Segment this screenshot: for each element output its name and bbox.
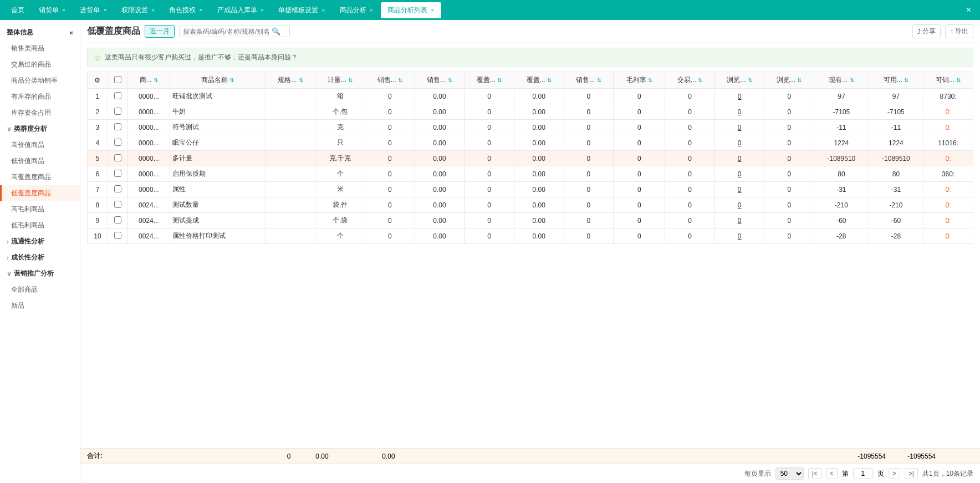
sidebar-section-growth[interactable]: ›成长性分析 — [0, 250, 80, 266]
row-browse1[interactable]: 0 — [714, 120, 764, 135]
row-select-checkbox[interactable] — [114, 185, 121, 192]
row-checkbox[interactable] — [108, 135, 127, 151]
sidebar-section-liquidity[interactable]: ›流通性分析 — [0, 233, 80, 250]
nav-home[interactable]: 首页 — [4, 2, 31, 18]
sidebar-item-low-margin[interactable]: 低毛利商品 — [0, 217, 80, 233]
row-checkbox[interactable] — [108, 197, 127, 213]
search-input[interactable] — [183, 28, 272, 35]
row-name[interactable]: 测试数量 — [170, 197, 266, 213]
nav-product-analysis[interactable]: 商品分析 × — [333, 2, 380, 18]
th-spec[interactable]: 规格... ⇅ — [266, 72, 315, 89]
th-transaction[interactable]: 交易... ⇅ — [665, 72, 715, 89]
th-name[interactable]: 商品名称 ⇅ — [170, 72, 266, 89]
row-select-checkbox[interactable] — [114, 170, 121, 177]
row-name[interactable]: 牛奶 — [170, 104, 266, 120]
row-browse1[interactable]: 0 — [714, 228, 764, 244]
th-sales-amount[interactable]: 销售... ⇅ — [415, 72, 465, 89]
th-code[interactable]: 商... ⇅ — [128, 72, 170, 89]
filter-period-button[interactable]: 近一月 — [145, 25, 175, 38]
row-checkbox[interactable] — [108, 104, 127, 120]
th-settings[interactable]: ⚙ — [88, 72, 108, 89]
first-page-button[interactable]: |< — [808, 468, 821, 479]
row-select-checkbox[interactable] — [114, 92, 121, 99]
row-checkbox[interactable] — [108, 228, 127, 244]
row-select-checkbox[interactable] — [114, 216, 121, 223]
close-icon[interactable]: × — [151, 7, 155, 13]
row-name[interactable]: 测试提成 — [170, 213, 266, 228]
close-icon[interactable]: × — [431, 7, 434, 13]
row-name[interactable]: 多计量 — [170, 151, 266, 166]
th-coverage1[interactable]: 覆盖... ⇅ — [465, 72, 514, 89]
sidebar-item-low-value[interactable]: 低价值商品 — [0, 153, 80, 169]
nav-product-warehouse[interactable]: 产成品入库单 × — [211, 2, 270, 18]
nav-template-settings[interactable]: 单据模板设置 × — [272, 2, 331, 18]
row-browse1[interactable]: 0 — [714, 151, 764, 166]
sidebar-section-marketing[interactable]: ∨营销推广分析 — [0, 266, 80, 282]
th-current-stock[interactable]: 现有... ⇅ — [814, 72, 869, 89]
row-select-checkbox[interactable] — [114, 139, 121, 146]
nav-sales-order[interactable]: 销货单 × — [32, 2, 72, 18]
close-icon[interactable]: × — [103, 7, 106, 13]
row-checkbox[interactable] — [108, 166, 127, 182]
row-checkbox[interactable] — [108, 182, 127, 197]
export-button[interactable]: ↑ 导出 — [945, 24, 973, 38]
row-browse1[interactable]: 0 — [714, 182, 764, 197]
row-checkbox[interactable] — [108, 120, 127, 135]
row-select-checkbox[interactable] — [114, 154, 121, 161]
row-name[interactable]: 属性 — [170, 182, 266, 197]
th-checkbox[interactable] — [108, 72, 127, 89]
row-browse1[interactable]: 0 — [714, 197, 764, 213]
row-name[interactable]: 属性价格打印测试 — [170, 228, 266, 244]
th-browse1[interactable]: 浏览... ⇅ — [714, 72, 764, 89]
th-sales-count[interactable]: 销售... ⇅ — [365, 72, 415, 89]
close-icon[interactable]: × — [370, 7, 373, 13]
close-icon[interactable]: × — [62, 7, 65, 13]
nav-close-all-button[interactable]: × — [962, 3, 976, 17]
row-checkbox[interactable] — [108, 213, 127, 228]
row-name[interactable]: 启用保质期 — [170, 166, 266, 182]
last-page-button[interactable]: >| — [905, 468, 918, 479]
row-browse1[interactable]: 0 — [714, 89, 764, 104]
sidebar-item-traded-goods[interactable]: 交易过的商品 — [0, 57, 80, 73]
row-browse1[interactable]: 0 — [714, 135, 764, 151]
row-select-checkbox[interactable] — [114, 232, 121, 239]
sidebar-item-low-coverage[interactable]: 低覆盖度商品 — [0, 185, 80, 201]
row-checkbox[interactable] — [108, 151, 127, 166]
nav-permissions[interactable]: 权限设置 × — [115, 2, 161, 18]
next-page-button[interactable]: > — [889, 468, 900, 479]
row-browse1[interactable]: 0 — [714, 104, 764, 120]
row-select-checkbox[interactable] — [114, 201, 121, 208]
collapse-icon[interactable]: « — [69, 29, 73, 37]
row-browse1[interactable]: 0 — [714, 213, 764, 228]
th-available-stock[interactable]: 可用... ⇅ — [869, 72, 923, 89]
row-select-checkbox[interactable] — [114, 123, 121, 130]
sidebar-item-high-value[interactable]: 高价值商品 — [0, 137, 80, 153]
close-icon[interactable]: × — [261, 7, 264, 13]
prev-page-button[interactable]: < — [826, 468, 838, 479]
sidebar-item-high-margin[interactable]: 高毛利商品 — [0, 201, 80, 217]
sidebar-item-high-coverage[interactable]: 高覆盖度商品 — [0, 169, 80, 185]
sidebar-item-new-goods[interactable]: 新品 — [0, 298, 80, 314]
close-icon[interactable]: × — [199, 7, 202, 13]
sidebar-section-cluster[interactable]: ∨类群度分析 — [0, 121, 80, 137]
page-number-input[interactable] — [853, 468, 873, 479]
nav-purchase-order[interactable]: 进货单 × — [73, 2, 113, 18]
th-unit[interactable]: 计量... ⇅ — [315, 72, 365, 89]
share-button[interactable]: ⤴ 分享 — [912, 24, 941, 38]
row-browse1[interactable]: 0 — [714, 166, 764, 182]
th-browse2[interactable]: 浏览... ⇅ — [764, 72, 814, 89]
row-checkbox[interactable] — [108, 89, 127, 104]
select-all-checkbox[interactable] — [114, 76, 121, 83]
nav-role-auth[interactable]: 角色授权 × — [162, 2, 209, 18]
nav-product-analysis-list[interactable]: 商品分析列表 × — [381, 2, 441, 18]
th-saleable[interactable]: 可销... ⇅ — [923, 72, 973, 89]
sidebar-item-stock-capital[interactable]: 库存资金占用 — [0, 105, 80, 121]
row-select-checkbox[interactable] — [114, 108, 121, 115]
th-coverage2[interactable]: 覆盖... ⇅ — [514, 72, 564, 89]
sidebar-item-stocked-goods[interactable]: 有库存的商品 — [0, 89, 80, 105]
table-container[interactable]: ⚙ 商... ⇅ 商品名称 ⇅ 规格... ⇅ 计量... ⇅ 销售... ⇅ … — [87, 72, 973, 448]
row-name[interactable]: 符号测试 — [170, 120, 266, 135]
row-name[interactable]: 眠宝公仔 — [170, 135, 266, 151]
th-gross-margin[interactable]: 毛利率 ⇅ — [614, 72, 665, 89]
sidebar-collapse-btn[interactable]: 整体信息 « — [0, 24, 80, 40]
